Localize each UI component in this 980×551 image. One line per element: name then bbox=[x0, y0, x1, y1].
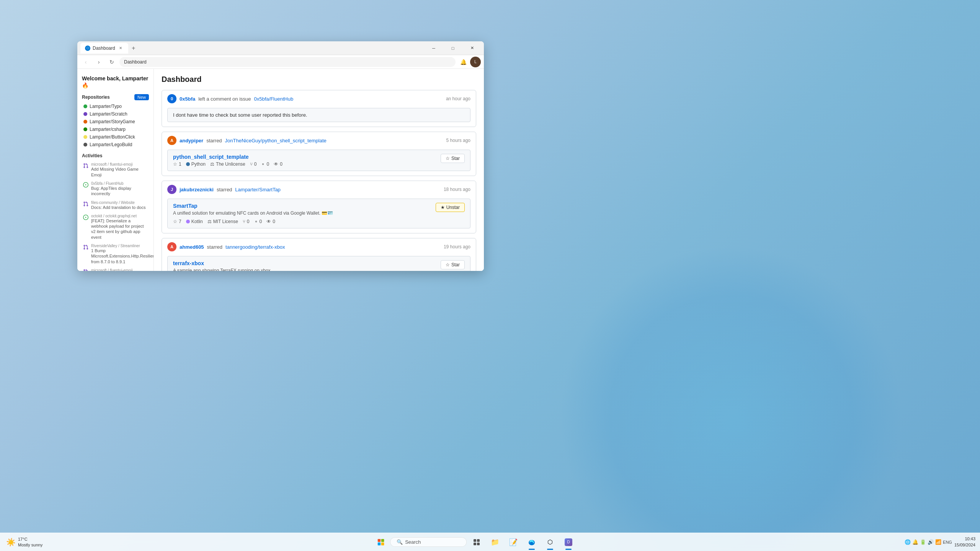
volume-icon[interactable]: 🔊 bbox=[928, 539, 934, 545]
repo-item[interactable]: Lamparter/ButtonClick bbox=[82, 133, 149, 141]
user-avatar[interactable]: A bbox=[167, 136, 176, 145]
comment-box: I dont have time to check but some user … bbox=[167, 108, 470, 122]
minimize-button[interactable]: ─ bbox=[425, 43, 443, 54]
user-avatar[interactable]: 0 bbox=[167, 94, 176, 103]
notification-tray-icon[interactable]: 🔔 bbox=[912, 539, 918, 545]
feed-repo-link[interactable]: tannergooding/terrafx-xbox bbox=[225, 244, 285, 250]
username[interactable]: 0x5bfa bbox=[180, 96, 195, 102]
fluenthub-button[interactable]: ⬡ bbox=[542, 534, 559, 551]
activity-item[interactable]: RiversideValley / Streamliner 1 Bump Mic… bbox=[82, 242, 149, 266]
star-button[interactable]: ★ Unstar bbox=[436, 203, 465, 212]
edge-browser-button[interactable] bbox=[523, 534, 540, 551]
refresh-button[interactable]: ↻ bbox=[106, 57, 117, 67]
repo-card-desc: A unified solution for emulating NFC car… bbox=[173, 210, 333, 216]
repo-card-name[interactable]: python_shell_script_template bbox=[173, 154, 283, 160]
back-button[interactable]: ‹ bbox=[80, 57, 91, 67]
issues-stat: ⚬0 bbox=[261, 161, 269, 167]
activity-item[interactable]: 0x5bfa / FluentHub Bug: AppTiles display… bbox=[82, 180, 149, 198]
repo-name: Lamparter/Scratch bbox=[90, 111, 127, 117]
activity-item[interactable]: microsoft / fluentui-emoji Emoji 15 bbox=[82, 267, 149, 271]
star-btn-label: Star bbox=[451, 156, 460, 161]
svg-rect-0 bbox=[378, 539, 381, 542]
activity-icon-pr bbox=[83, 201, 89, 207]
forward-button[interactable]: › bbox=[93, 57, 104, 67]
feed-action: starred bbox=[207, 244, 222, 250]
feed-repo-link[interactable]: Lamparter/SmartTap bbox=[235, 187, 281, 192]
weather-temp: 17°C bbox=[18, 536, 42, 542]
repo-card-name[interactable]: terrafx-xbox bbox=[173, 260, 272, 266]
fork-icon: ⑂ bbox=[250, 161, 253, 167]
repo-language-dot bbox=[83, 104, 87, 108]
repo-item[interactable]: Lamparter/csharp bbox=[82, 126, 149, 133]
user-avatar[interactable]: A bbox=[167, 242, 176, 251]
feed-time: 19 hours ago bbox=[444, 244, 470, 249]
user-avatar[interactable]: L bbox=[470, 57, 481, 67]
active-tab[interactable]: ⬡ Dashboard ✕ bbox=[80, 43, 128, 54]
repo-name: Lamparter/StoryGame bbox=[90, 119, 135, 124]
new-tab-button[interactable]: + bbox=[128, 43, 139, 54]
battery-icon[interactable]: 🔋 bbox=[920, 539, 926, 545]
address-bar[interactable]: Dashboard bbox=[119, 57, 456, 67]
system-clock[interactable]: 10:43 15/09/2024 bbox=[954, 536, 975, 548]
lang-name: Kotlin bbox=[191, 219, 203, 224]
repo-card-desc: A sample app showing TerraFX running on … bbox=[173, 268, 272, 271]
activity-item[interactable]: octokit / octokit.graphql.net [FEAT]: De… bbox=[82, 212, 149, 241]
fork-icon: ⑂ bbox=[243, 219, 245, 224]
username[interactable]: andypiper bbox=[180, 138, 203, 143]
taskbar-search[interactable]: 🔍 Search bbox=[390, 537, 467, 547]
repositories-section-header: Repositories New bbox=[82, 94, 149, 100]
feed-time: an hour ago bbox=[446, 96, 470, 101]
activity-details: 0x5bfa / FluentHub Bug: AppTiles display… bbox=[91, 181, 148, 197]
star-button[interactable]: ☆ Star bbox=[441, 154, 465, 163]
repo-language-dot bbox=[83, 112, 87, 116]
repo-item[interactable]: Lamparter/LegoBuild bbox=[82, 141, 149, 148]
repo-item[interactable]: Lamparter/StoryGame bbox=[82, 118, 149, 126]
network-icon[interactable]: 🌐 bbox=[905, 539, 911, 545]
repo-card-name[interactable]: SmartTap bbox=[173, 203, 333, 209]
close-button[interactable]: ✕ bbox=[463, 43, 481, 54]
taskbar: ☀️ 17°C Mostly sunny 🔍 Search bbox=[0, 533, 980, 551]
activity-item[interactable]: files-community / Website Docs: Add tran… bbox=[82, 199, 149, 212]
feed-list: 0 0x5bfa left a comment on issue 0x5bfa/… bbox=[162, 90, 476, 271]
activity-item[interactable]: microsoft / fluentui-emoji Add Missing V… bbox=[82, 161, 149, 179]
activity-title: [FEAT]: Deserialize a webhook payload fo… bbox=[91, 218, 148, 240]
fork-count: 0 bbox=[254, 161, 257, 167]
forks-stat: ⑂0 bbox=[243, 219, 250, 224]
notes-button[interactable]: 📝 bbox=[505, 534, 522, 551]
repo-name: Lamparter/csharp bbox=[90, 127, 126, 132]
browser-window: ⬡ Dashboard ✕ + ─ □ ✕ ‹ › ↻ Dashboard 🔔 … bbox=[77, 41, 484, 271]
main-content: Dashboard 0 0x5bfa left a comment on iss… bbox=[154, 69, 484, 271]
start-button[interactable] bbox=[373, 535, 389, 550]
maximize-button[interactable]: □ bbox=[444, 43, 462, 54]
activities-section-header: Activities bbox=[82, 153, 149, 158]
task-view-button[interactable] bbox=[468, 534, 485, 551]
feed-repo-link[interactable]: 0x5bfa/FluentHub bbox=[254, 96, 294, 102]
weather-widget[interactable]: ☀️ 17°C Mostly sunny bbox=[3, 535, 46, 549]
wifi-icon[interactable]: 📶 bbox=[935, 539, 941, 545]
star-icon: ☆ bbox=[173, 219, 177, 224]
star-btn-label: Star bbox=[451, 262, 460, 267]
tab-close-button[interactable]: ✕ bbox=[118, 45, 124, 51]
star-button[interactable]: ☆ Star bbox=[441, 260, 465, 269]
feed-repo-link[interactable]: JonTheNiceGuy/python_shell_script_templa… bbox=[225, 138, 327, 143]
dashboard-title: Dashboard bbox=[162, 75, 476, 84]
username[interactable]: ahmed605 bbox=[180, 244, 204, 250]
star-count: 7 bbox=[179, 219, 181, 224]
repo-name: Lamparter/Typo bbox=[90, 104, 122, 109]
activities-section: Activities microsoft / fluentui-emoji Ad… bbox=[82, 153, 149, 271]
forks-stat: ⑂0 bbox=[250, 161, 257, 167]
svg-rect-2 bbox=[378, 542, 381, 545]
dashboard-button[interactable]: D bbox=[560, 534, 577, 551]
new-repo-button[interactable]: New bbox=[134, 94, 149, 100]
user-avatar[interactable]: J bbox=[167, 185, 176, 194]
license-stat: ⚖MIT License bbox=[207, 219, 238, 224]
svg-rect-7 bbox=[477, 543, 480, 545]
license-icon: ⚖ bbox=[210, 161, 214, 167]
username[interactable]: jakubrzeznicki bbox=[180, 187, 214, 192]
repo-item[interactable]: Lamparter/Scratch bbox=[82, 110, 149, 118]
feed-user-info: J jakubrzeznicki starred Lamparter/Smart… bbox=[167, 185, 281, 194]
repo-item[interactable]: Lamparter/Typo bbox=[82, 103, 149, 110]
files-button[interactable]: 📁 bbox=[487, 534, 503, 551]
notifications-button[interactable]: 🔔 bbox=[458, 57, 469, 67]
tab-area: ⬡ Dashboard ✕ + bbox=[80, 43, 425, 54]
